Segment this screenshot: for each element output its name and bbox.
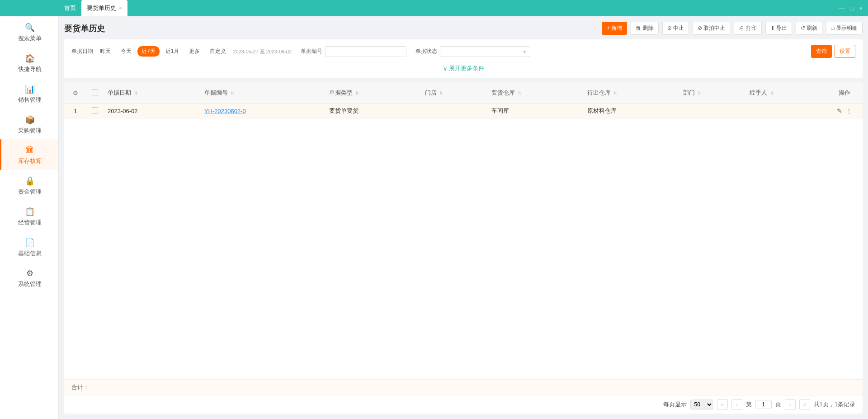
sidebar-item-search[interactable]: 🔍 搜索菜单 bbox=[0, 16, 58, 47]
sidebar-item-search-label: 搜索菜单 bbox=[18, 34, 42, 43]
page-size-select[interactable]: 10 20 50 100 bbox=[690, 400, 713, 409]
sidebar-item-quicknav[interactable]: 🏠 快捷导航 bbox=[0, 47, 58, 78]
filter-row: 单据日期 昨天 今天 近7天 近1月 更多 自定义 2023-05-27 至 2… bbox=[71, 45, 855, 58]
main-layout: 🔍 搜索菜单 🏠 快捷导航 📊 销售管理 📦 采购管理 🏛 库存核算 🔒 资金管… bbox=[0, 16, 868, 419]
sidebar-item-operations[interactable]: 📋 经营管理 bbox=[0, 200, 58, 231]
content-area: 要货单历史 + 新增 🗑 删除 ⊘ 中止 ⊘ 取消中止 🖨 打印 ⬆ 导出 ↺ … bbox=[59, 16, 868, 419]
search-menu-icon: 🔍 bbox=[25, 23, 35, 33]
close-btn[interactable]: × bbox=[859, 5, 863, 12]
td-department bbox=[679, 104, 745, 119]
data-table: ⚙ 单据日期 ⇅ 单据编号 ⇅ bbox=[64, 82, 863, 119]
first-page-btn[interactable]: « bbox=[717, 399, 728, 410]
row-edit-icon[interactable]: ✎ bbox=[837, 107, 842, 114]
page-input[interactable] bbox=[755, 400, 772, 409]
prev-page-btn[interactable]: ‹ bbox=[731, 399, 742, 410]
tab-active-label: 要货单历史 bbox=[87, 4, 116, 12]
td-checkbox bbox=[87, 104, 103, 119]
th-store[interactable]: 门店 ⇅ bbox=[420, 82, 487, 104]
date-btn-yesterday[interactable]: 昨天 bbox=[96, 46, 115, 57]
doc-number-link[interactable]: YH-20230602-0 bbox=[204, 108, 246, 114]
system-icon: ⚙ bbox=[26, 268, 33, 278]
date-filter-label: 单据日期 bbox=[71, 48, 93, 55]
td-handler bbox=[745, 104, 826, 119]
table-header-row: ⚙ 单据日期 ⇅ 单据编号 ⇅ bbox=[64, 82, 863, 104]
sort-date-icon: ⇅ bbox=[134, 90, 137, 95]
date-btn-7days[interactable]: 近7天 bbox=[137, 46, 160, 57]
th-req-warehouse[interactable]: 要货仓库 ⇅ bbox=[487, 82, 583, 104]
sidebar-item-inventory[interactable]: 🏛 库存核算 bbox=[0, 139, 58, 170]
date-btn-more[interactable]: 更多 bbox=[185, 46, 204, 57]
td-index: 1 bbox=[64, 104, 87, 119]
delete-button[interactable]: 🗑 删除 bbox=[631, 22, 658, 35]
sidebar-item-finance[interactable]: 🔒 资金管理 bbox=[0, 170, 58, 200]
th-department[interactable]: 部门 ⇅ bbox=[679, 82, 745, 104]
doc-status-label: 单据状态 bbox=[415, 48, 437, 55]
row-checkbox[interactable] bbox=[92, 107, 98, 114]
page-label: 第 bbox=[746, 400, 752, 409]
th-type[interactable]: 单据类型 ⇅ bbox=[325, 82, 420, 104]
doc-status-filter-group: 单据状态 ▼ bbox=[415, 46, 530, 57]
pagination-bar: 每页显示 10 20 50 100 « ‹ 第 页 › » 共1页，1条记录 bbox=[64, 395, 863, 414]
sort-store-icon: ⇅ bbox=[439, 90, 443, 95]
th-pending-warehouse[interactable]: 待出仓库 ⇅ bbox=[583, 82, 679, 104]
next-page-btn[interactable]: › bbox=[785, 399, 796, 410]
query-button[interactable]: 查询 bbox=[811, 45, 832, 58]
th-handler[interactable]: 经手人 ⇅ bbox=[745, 82, 826, 104]
sort-number-icon: ⇅ bbox=[231, 90, 234, 95]
sort-pending-warehouse-icon: ⇅ bbox=[613, 90, 617, 95]
tab-home[interactable]: 首页 bbox=[59, 0, 81, 16]
export-button[interactable]: ⬆ 导出 bbox=[765, 22, 792, 35]
show-detail-button[interactable]: □ 显示明细 bbox=[826, 22, 863, 35]
date-btn-custom[interactable]: 自定义 bbox=[206, 46, 230, 57]
sidebar-item-quicknav-label: 快捷导航 bbox=[18, 65, 42, 73]
date-btn-1month[interactable]: 近1月 bbox=[161, 46, 184, 57]
sales-icon: 📊 bbox=[25, 84, 35, 94]
sidebar-item-system[interactable]: ⚙ 系统管理 bbox=[0, 262, 58, 293]
tab-active[interactable]: 要货单历史 × bbox=[81, 0, 127, 16]
th-date[interactable]: 单据日期 ⇅ bbox=[103, 82, 200, 104]
row-more-icon[interactable]: ⋮ bbox=[846, 107, 852, 114]
refresh-button[interactable]: ↺ 刷新 bbox=[796, 22, 822, 35]
toolbar: + 新增 🗑 删除 ⊘ 中止 ⊘ 取消中止 🖨 打印 ⬆ 导出 ↺ 刷新 □ 显… bbox=[602, 22, 863, 35]
expand-button[interactable]: ∨ 展开更多条件 bbox=[443, 64, 484, 72]
cancel-stop-button[interactable]: ⊘ 取消中止 bbox=[693, 22, 730, 35]
minimize-btn[interactable]: — bbox=[839, 5, 845, 12]
sidebar-item-basicinfo[interactable]: 📄 基础信息 bbox=[0, 231, 58, 262]
doc-number-input[interactable] bbox=[325, 46, 406, 57]
td-pending-warehouse: 原材料仓库 bbox=[583, 104, 679, 119]
select-all-checkbox[interactable] bbox=[92, 89, 98, 95]
expand-label: 展开更多条件 bbox=[449, 64, 484, 72]
sidebar-item-sales-label: 销售管理 bbox=[18, 96, 42, 104]
table-row: 1 2023-06-02 YH-20230602-0 要货单要货 车间库 bbox=[64, 104, 863, 119]
date-filter-group: 单据日期 昨天 今天 近7天 近1月 更多 自定义 2023-05-27 至 2… bbox=[71, 46, 292, 57]
page-header: 要货单历史 + 新增 🗑 删除 ⊘ 中止 ⊘ 取消中止 🖨 打印 ⬆ 导出 ↺ … bbox=[64, 22, 863, 35]
tab-close-icon[interactable]: × bbox=[119, 5, 122, 11]
sidebar-item-inventory-label: 库存核算 bbox=[18, 157, 42, 165]
tab-home-label: 首页 bbox=[64, 4, 76, 12]
page-label-2: 页 bbox=[775, 400, 781, 409]
th-checkbox bbox=[87, 82, 103, 104]
expand-chevron-icon: ∨ bbox=[443, 65, 448, 72]
doc-number-label: 单据编号 bbox=[301, 48, 322, 55]
td-type: 要货单要货 bbox=[325, 104, 420, 119]
stop-button[interactable]: ⊘ 中止 bbox=[662, 22, 689, 35]
td-date: 2023-06-02 bbox=[103, 104, 200, 119]
sidebar-item-sales[interactable]: 📊 销售管理 bbox=[0, 78, 58, 109]
print-button[interactable]: 🖨 打印 bbox=[734, 22, 761, 35]
doc-status-input[interactable] bbox=[440, 46, 530, 57]
basicinfo-icon: 📄 bbox=[25, 238, 35, 248]
last-page-btn[interactable]: » bbox=[799, 399, 810, 410]
sort-department-icon: ⇅ bbox=[698, 90, 701, 95]
sort-handler-icon: ⇅ bbox=[770, 90, 774, 95]
maximize-btn[interactable]: □ bbox=[850, 5, 854, 12]
date-btn-today[interactable]: 今天 bbox=[117, 46, 136, 57]
purchase-icon: 📦 bbox=[25, 115, 35, 125]
table-settings-icon[interactable]: ⚙ bbox=[69, 86, 82, 100]
th-number[interactable]: 单据编号 ⇅ bbox=[200, 82, 325, 104]
add-button[interactable]: + 新增 bbox=[602, 22, 627, 35]
table-container: ⚙ 单据日期 ⇅ 单据编号 ⇅ bbox=[64, 82, 863, 414]
sidebar-item-purchase[interactable]: 📦 采购管理 bbox=[0, 109, 58, 139]
action-buttons: 查询 设置 bbox=[811, 45, 855, 58]
page-title: 要货单历史 bbox=[64, 23, 105, 34]
settings-button[interactable]: 设置 bbox=[835, 45, 855, 58]
